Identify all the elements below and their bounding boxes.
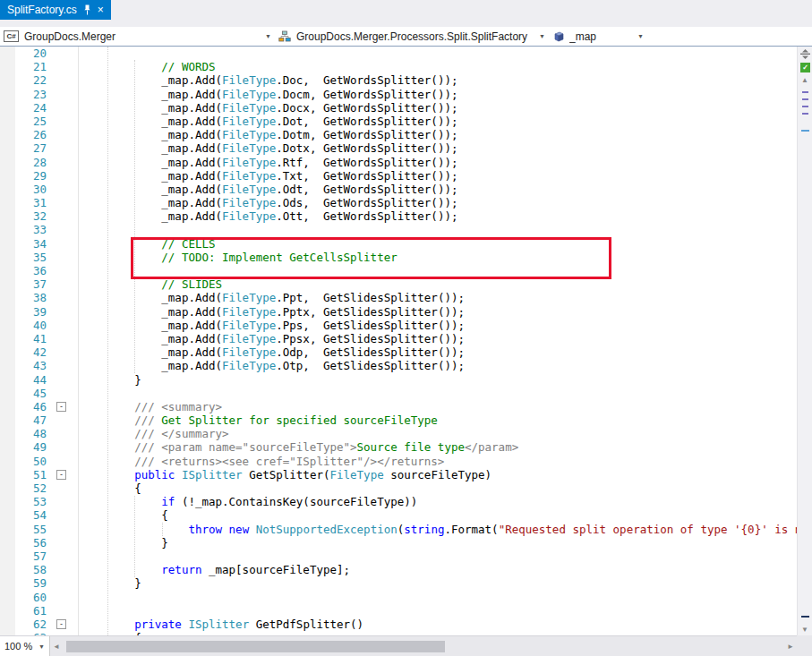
code-line: 46- /// <summary>	[0, 400, 797, 413]
code-line: 23 _map.Add(FileType.Docm, GetWordsSplit…	[0, 88, 797, 101]
fold-margin	[47, 319, 79, 332]
code-line: 57	[0, 550, 797, 563]
fold-margin	[47, 550, 79, 563]
code-text: // SLIDES	[81, 277, 222, 291]
line-number: 39	[0, 305, 47, 319]
line-number: 53	[0, 495, 47, 508]
line-number: 20	[0, 47, 47, 60]
scroll-up-button[interactable]: ▲	[798, 76, 812, 84]
code-line: 38 _map.Add(FileType.Ppt, GetSlidesSplit…	[0, 291, 797, 304]
fold-margin	[47, 128, 79, 141]
fold-margin	[47, 115, 79, 128]
code-text: _map.Add(FileType.Txt, GetWordsSplitter(…	[81, 169, 457, 183]
line-number: 24	[0, 101, 47, 115]
code-line: 62- private ISplitter GetPdfSplitter()	[0, 618, 797, 631]
scrollbar-marker	[802, 91, 808, 93]
code-text: return _map[sourceFileType];	[81, 563, 350, 576]
code-line: 50 /// <returns><see cref="ISplitter"/><…	[0, 455, 797, 468]
code-text: _map.Add(FileType.Dotx, GetWordsSplitter…	[81, 141, 457, 155]
line-number: 34	[0, 237, 47, 251]
member-dropdown[interactable]: _map ▼	[549, 27, 647, 46]
code-text: }	[81, 536, 168, 550]
code-text: _map.Add(FileType.Docm, GetWordsSplitter…	[81, 88, 457, 101]
fold-margin	[47, 387, 79, 400]
code-text: _map.Add(FileType.Dotm, GetWordsSplitter…	[81, 128, 457, 141]
fold-margin	[47, 345, 79, 359]
fold-margin	[47, 183, 79, 196]
code-line: 26 _map.Add(FileType.Dotm, GetWordsSplit…	[0, 128, 797, 141]
code-line: 60	[0, 591, 797, 604]
line-number: 60	[0, 591, 47, 604]
scrollbar-marker	[802, 113, 808, 115]
line-number: 37	[0, 277, 47, 291]
project-dropdown[interactable]: C# GroupDocs.Merger ▼	[0, 27, 275, 46]
fold-margin	[47, 47, 79, 60]
fold-margin	[47, 536, 79, 550]
fold-collapse-box[interactable]: -	[56, 402, 66, 412]
tab-splitfactory[interactable]: SplitFactory.cs ×	[0, 0, 111, 20]
fold-margin	[47, 264, 79, 277]
line-number: 55	[0, 523, 47, 536]
code-text: // CELLS	[81, 237, 216, 251]
line-number: 27	[0, 141, 47, 155]
code-text: {	[81, 508, 168, 522]
code-line: 36	[0, 264, 797, 277]
type-dropdown[interactable]: GroupDocs.Merger.Processors.Split.SplitF…	[275, 27, 549, 46]
fold-margin	[47, 88, 79, 101]
fold-margin	[47, 251, 79, 264]
line-number: 52	[0, 481, 47, 495]
code-line: 39 _map.Add(FileType.Pptx, GetSlidesSpli…	[0, 305, 797, 319]
scroll-left-button[interactable]: ◄	[53, 643, 60, 651]
code-line: 52 {	[0, 481, 797, 495]
code-line: 28 _map.Add(FileType.Rtf, GetWordsSplitt…	[0, 156, 797, 169]
split-editor-grip[interactable]	[798, 47, 812, 61]
line-number: 42	[0, 345, 47, 359]
code-text: _map.Add(FileType.Ppt, GetSlidesSplitter…	[81, 291, 465, 304]
line-number: 58	[0, 563, 47, 576]
fold-margin	[47, 196, 79, 209]
pin-icon[interactable]	[83, 4, 91, 15]
line-number: 62	[0, 618, 47, 631]
fold-margin	[47, 60, 79, 73]
chevron-down-icon: ▼	[539, 33, 545, 39]
code-line: 56 }	[0, 536, 797, 550]
scrollbar-caret-marker	[801, 616, 809, 618]
fold-margin	[47, 413, 79, 427]
fold-margin	[47, 427, 79, 440]
fold-margin	[47, 563, 79, 576]
code-lines: 2021 // WORDS22 _map.Add(FileType.Doc, G…	[0, 47, 797, 635]
code-line: 59 }	[0, 576, 797, 590]
line-number: 31	[0, 196, 47, 209]
code-line: 48 /// </summary>	[0, 427, 797, 440]
document-tab-bar: SplitFactory.cs ×	[0, 0, 812, 20]
code-line: 31 _map.Add(FileType.Ods, GetWordsSplitt…	[0, 196, 797, 209]
code-text: /// <returns><see cref="ISplitter"/></re…	[81, 455, 444, 468]
line-number: 30	[0, 183, 47, 196]
code-line: 24 _map.Add(FileType.Docx, GetWordsSplit…	[0, 101, 797, 115]
scroll-down-button[interactable]: ▼	[798, 626, 812, 634]
line-number: 56	[0, 536, 47, 550]
horizontal-scrollbar[interactable]: ◄ ►	[50, 636, 797, 656]
fold-margin	[47, 291, 79, 304]
code-line: 34 // CELLS	[0, 237, 797, 251]
fold-margin	[47, 523, 79, 536]
fold-collapse-box[interactable]: -	[56, 619, 66, 629]
vertical-scrollbar[interactable]: ✓ ▲ ▼	[797, 47, 812, 635]
bottom-scroll-bar: 100 % ▼ ◄ ►	[0, 635, 812, 656]
code-line: 22 _map.Add(FileType.Doc, GetWordsSplitt…	[0, 73, 797, 87]
project-dropdown-label: GroupDocs.Merger	[24, 30, 261, 43]
fold-collapse-box[interactable]: -	[56, 470, 66, 480]
code-text: {	[81, 481, 141, 495]
line-number: 22	[0, 73, 47, 87]
code-line: 55 throw new NotSupportedException(strin…	[0, 523, 797, 536]
code-line: 45	[0, 387, 797, 400]
code-editor[interactable]: 2021 // WORDS22 _map.Add(FileType.Doc, G…	[0, 47, 797, 635]
navigation-bar: C# GroupDocs.Merger ▼ GroupDocs.Merger.P…	[0, 27, 812, 47]
code-line: 32 _map.Add(FileType.Ott, GetWordsSplitt…	[0, 209, 797, 223]
fold-margin	[47, 237, 79, 251]
scrollbar-caret-marker	[801, 130, 809, 132]
scroll-right-button[interactable]: ►	[787, 643, 794, 651]
horizontal-scroll-thumb[interactable]	[66, 641, 445, 652]
close-icon[interactable]: ×	[98, 4, 104, 15]
zoom-level-dropdown[interactable]: 100 % ▼	[0, 636, 50, 656]
